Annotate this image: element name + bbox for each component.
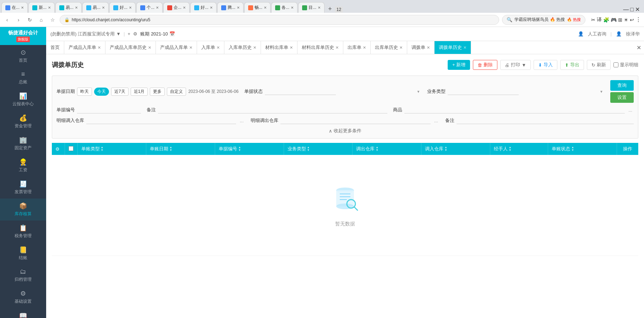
user-name[interactable]: 徐泽华 — [626, 31, 640, 37]
import-button[interactable]: ⬇ 导入 — [534, 60, 557, 70]
tab-close-12[interactable]: ✕ — [318, 6, 321, 10]
tab-close-5[interactable]: ✕ — [129, 6, 132, 10]
page-tab-1-close[interactable]: ✕ — [98, 45, 101, 50]
browser-tab-7[interactable]: 企... ✕ — [163, 2, 190, 13]
url-bar[interactable]: 🔒 https://cloud.chanjet.com/accounting/u… — [60, 15, 499, 25]
th-type[interactable]: 单账类型 ▲▼ — [77, 143, 146, 155]
browser-tab-8[interactable]: 好... ✕ — [190, 2, 217, 13]
page-tab-11-close[interactable]: ✕ — [463, 45, 466, 50]
query-button[interactable]: 查询 — [610, 80, 634, 91]
gaming-icon[interactable]: 🎮 — [611, 17, 617, 23]
filter-goods-dots[interactable]: ... — [627, 107, 634, 113]
page-tab-2-close[interactable]: ✕ — [148, 45, 151, 50]
close-window-button[interactable]: ✕ — [635, 6, 640, 13]
tab-close-11[interactable]: ✕ — [291, 6, 294, 10]
page-tab-4[interactable]: 入库单 ✕ — [197, 41, 224, 54]
sidebar-item-invoice[interactable]: 🧾 发票管理 — [0, 177, 46, 199]
page-tab-4-close[interactable]: ✕ — [217, 45, 220, 50]
page-tab-8-close[interactable]: ✕ — [363, 45, 366, 50]
page-tab-3[interactable]: 产成品入库单 ✕ — [156, 41, 197, 54]
export-button[interactable]: ⬆ 导出 — [560, 60, 584, 70]
service-label[interactable]: 人工咨询 — [588, 31, 606, 37]
tab-close-4[interactable]: ✕ — [102, 6, 105, 10]
filter-detail-in-input[interactable] — [86, 117, 236, 124]
delete-button[interactable]: 🗑 删除 — [473, 60, 497, 70]
browser-tab-5[interactable]: 好... ✕ — [109, 2, 136, 13]
th-status[interactable]: 单账状态 ▲▼ — [548, 143, 617, 155]
tab-close-7[interactable]: ✕ — [183, 6, 186, 10]
page-tab-6-close[interactable]: ✕ — [290, 45, 293, 50]
filter-date-custom[interactable]: 自定义 — [167, 88, 186, 96]
th-date[interactable]: 单账日期 ▲▼ — [146, 143, 215, 155]
sidebar-item-inventory[interactable]: 📦 库存核算 — [0, 199, 46, 221]
filter-biztype-select[interactable] — [448, 88, 519, 95]
sidebar-item-salary[interactable]: 👷 工资 — [0, 155, 46, 177]
browser-tab-11[interactable]: 各... ✕ — [271, 2, 298, 13]
browser-tab-9[interactable]: 腾... ✕ — [217, 2, 244, 13]
page-tab-7-close[interactable]: ✕ — [335, 45, 339, 50]
page-tab-7[interactable]: 材料出库单历史 ✕ — [298, 41, 343, 54]
minimize-button[interactable]: — — [623, 6, 629, 13]
history-icon[interactable]: ↩ — [630, 17, 634, 23]
select-all-checkbox[interactable] — [69, 146, 73, 151]
refresh-nav-button[interactable]: ↻ — [26, 16, 34, 24]
filter-date-7days[interactable]: 近7天 — [111, 88, 129, 96]
sidebar-item-funds[interactable]: 💰 资金管理 — [0, 111, 46, 133]
page-tab-5[interactable]: 入库单历史 ✕ — [224, 41, 261, 54]
sidebar-item-archive[interactable]: 🗂 归档管理 — [0, 264, 46, 286]
bookmark-button[interactable]: ☆ — [48, 16, 57, 24]
page-tab-2[interactable]: 产成品入库单历史 ✕ — [105, 41, 156, 54]
sidebar-item-settings[interactable]: ⚙ 基础设置 — [0, 286, 46, 308]
page-tab-home[interactable]: 首页 — [46, 41, 64, 54]
brightness-icon[interactable]: ☀ — [624, 17, 628, 23]
page-tab-9[interactable]: 出库单历史 ✕ — [371, 41, 407, 54]
sidebar-item-ledger[interactable]: ≡ 总账 — [0, 67, 46, 89]
sidebar-item-home[interactable]: ⊙ 首页 — [0, 45, 46, 67]
refresh-button[interactable]: ↻ 刷新 — [587, 60, 611, 70]
filter-detail-out-input[interactable] — [280, 117, 430, 124]
search-bar[interactable]: 🔍 学霸应聘场驱鸟员 🔥 热搜 🔥 热搜 — [502, 15, 585, 25]
page-tab-10[interactable]: 调拨单 ✕ — [407, 41, 435, 54]
setting-button[interactable]: 设置 — [610, 92, 634, 103]
company-selector[interactable]: (勿删勿禁用) 江西服宝测试专用 ▼ — [50, 31, 121, 37]
grid-icon[interactable]: ⊞ — [618, 17, 622, 23]
tab-close-2[interactable]: ✕ — [48, 6, 51, 10]
sidebar-item-guide[interactable]: 📖 新手引导 — [0, 308, 46, 318]
close-all-tabs-button[interactable]: ✕ — [634, 44, 644, 51]
filter-goods-input[interactable] — [404, 106, 625, 113]
menu-icon[interactable]: ⋮ — [635, 16, 641, 23]
calendar-icon[interactable]: 📅 — [169, 31, 175, 37]
print-button[interactable]: 🖨 打印 ▼ — [500, 60, 531, 70]
page-tab-1[interactable]: 产成品入库单 ✕ — [64, 41, 105, 54]
filter-detail-in-dots[interactable]: ... — [238, 118, 245, 123]
new-tab-button[interactable]: + — [328, 5, 332, 13]
sidebar-item-assets[interactable]: 🏢 固定资产 — [0, 133, 46, 155]
show-full-checkbox[interactable] — [613, 62, 618, 67]
sidebar-item-close[interactable]: 📒 结账 — [0, 242, 46, 264]
add-company-button[interactable]: + — [128, 31, 131, 37]
tab-close-8[interactable]: ✕ — [210, 6, 213, 10]
filter-date-more[interactable]: 更多 — [150, 88, 165, 96]
tab-count[interactable]: 12 — [335, 6, 343, 13]
tab-close-10[interactable]: ✕ — [264, 6, 267, 10]
maximize-button[interactable]: □ — [630, 6, 634, 13]
browser-tab-10[interactable]: 畅... ✕ — [244, 2, 271, 13]
th-check[interactable] — [65, 143, 77, 155]
th-in-warehouse[interactable]: 调入仓库 ▲▼ — [421, 143, 490, 155]
filter-status-select[interactable] — [265, 88, 336, 95]
collapse-button[interactable]: ∧ 收起更多条件 — [56, 128, 634, 134]
sidebar-item-tax[interactable]: 📋 税务管理 — [0, 221, 46, 242]
page-tab-5-close[interactable]: ✕ — [253, 45, 256, 50]
filter-date-1month[interactable]: 近1月 — [131, 88, 148, 96]
show-full-label[interactable]: 显示明细 — [613, 62, 638, 68]
translate-icon[interactable]: 译 — [597, 17, 602, 23]
th-gear[interactable]: ⚙ — [52, 143, 65, 155]
page-tab-8[interactable]: 出库单 ✕ — [343, 41, 371, 54]
th-handler[interactable]: 经手人 ▲▼ — [490, 143, 548, 155]
tab-close-6[interactable]: ✕ — [156, 6, 159, 10]
settings-top-icon[interactable]: ⚙ — [133, 31, 137, 37]
filter-date-today[interactable]: 今天 — [94, 88, 109, 96]
sidebar-item-reports[interactable]: 📊 云报表中心 — [0, 89, 46, 111]
browser-tab-1[interactable]: 在... ✕ — [1, 2, 28, 13]
filter-date-yesterday[interactable]: 昨天 — [77, 88, 92, 96]
